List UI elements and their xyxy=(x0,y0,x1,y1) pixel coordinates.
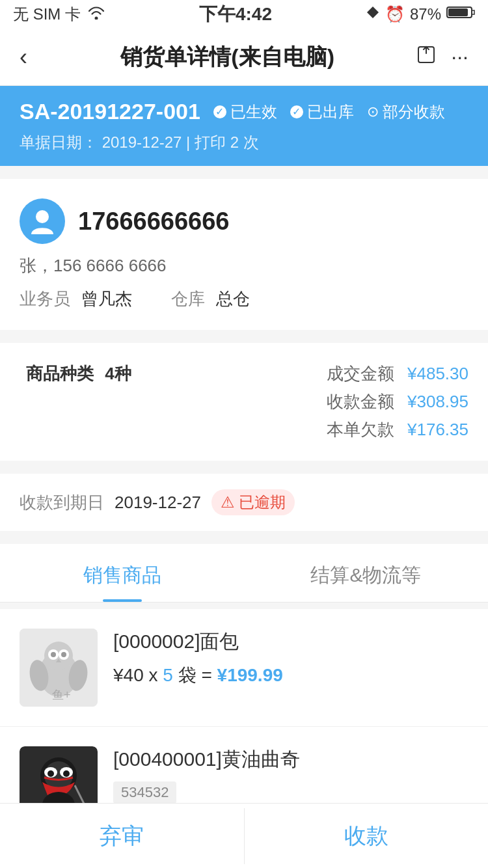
status-left: 无 SIM 卡 xyxy=(13,4,105,25)
overdue-icon: ⚠ xyxy=(221,493,235,511)
check-icon-1: ✓ xyxy=(213,105,226,118)
salesperson-info: 业务员 曾凡杰 xyxy=(20,288,132,310)
svg-point-21 xyxy=(63,770,70,777)
status-effective: ✓ 已生效 xyxy=(213,102,277,122)
debt-amount-row: 本单欠款 ¥176.35 xyxy=(327,418,468,441)
stats-left: 商品种类 4种 xyxy=(20,362,131,385)
nav-bar: ‹ 销货单详情(来自电脑) ··· xyxy=(0,29,488,86)
sim-status: 无 SIM 卡 xyxy=(13,4,81,25)
back-button[interactable]: ‹ xyxy=(20,44,40,71)
avatar xyxy=(20,198,65,244)
product-item-bread: 鱼+ [0000002]面包 ¥40 x 5 袋 = ¥199.99 xyxy=(0,609,488,727)
page-title: 销货单详情(来自电脑) xyxy=(40,42,414,72)
overdue-badge: ⚠ 已逾期 xyxy=(211,489,295,515)
status-shipped: ✓ 已出库 xyxy=(290,102,354,122)
product-name-bread: [0000002]面包 xyxy=(113,629,468,655)
status-partial-payment: ⊙ 部分收款 xyxy=(367,102,445,122)
battery-text: 87% xyxy=(410,5,441,23)
product-thumb-bread: 鱼+ xyxy=(20,629,98,707)
check-icon-2: ✓ xyxy=(290,105,303,118)
deal-amount-row: 成交金额 ¥485.30 xyxy=(327,362,468,385)
warehouse-info: 仓库 总仓 xyxy=(171,288,250,310)
collect-payment-button[interactable]: 收款 xyxy=(245,808,489,864)
clock-icon: ⊙ xyxy=(367,103,379,120)
tabs-container: 销售商品 结算&物流等 xyxy=(0,544,488,603)
received-amount-row: 收款金额 ¥308.95 xyxy=(327,390,468,413)
nav-right-icons: ··· xyxy=(414,43,468,72)
wifi-icon xyxy=(87,5,105,23)
svg-point-10 xyxy=(61,652,66,657)
status-right: ⏰ 87% xyxy=(366,5,475,23)
svg-text:鱼+: 鱼+ xyxy=(52,688,71,701)
order-date-line: 单据日期： 2019-12-27 | 打印 2 次 xyxy=(20,132,468,153)
stats-right: 成交金额 ¥485.30 收款金额 ¥308.95 本单欠款 ¥176.35 xyxy=(327,362,468,441)
more-icon[interactable]: ··· xyxy=(451,45,468,69)
tab-products[interactable]: 销售商品 xyxy=(0,544,244,602)
customer-phone: 17666666666 xyxy=(78,208,229,236)
product-tag-cookies: 534532 xyxy=(113,781,176,804)
share-icon[interactable] xyxy=(414,43,438,72)
svg-point-20 xyxy=(47,770,54,777)
customer-meta: 业务员 曾凡杰 仓库 总仓 xyxy=(20,288,468,310)
bottom-action-bar: 弃审 收款 xyxy=(0,803,488,868)
customer-name-phone: 张，156 6666 6666 xyxy=(20,254,468,277)
order-id: SA-20191227-001 xyxy=(20,99,200,124)
due-date-section: 收款到期日 2019-12-27 ⚠ 已逾期 xyxy=(0,474,488,531)
product-price-bread: ¥40 x 5 袋 = ¥199.99 xyxy=(113,663,468,688)
location-icon xyxy=(366,5,380,23)
customer-section: 17666666666 张，156 6666 6666 业务员 曾凡杰 仓库 总… xyxy=(0,179,488,330)
product-name-cookies: [000400001]黄油曲奇 xyxy=(113,746,468,773)
product-info-bread: [0000002]面包 ¥40 x 5 袋 = ¥199.99 xyxy=(113,629,468,688)
alarm-icon: ⏰ xyxy=(385,5,405,23)
order-header: SA-20191227-001 ✓ 已生效 ✓ 已出库 ⊙ 部分收款 单据日期：… xyxy=(0,86,488,166)
svg-point-3 xyxy=(36,210,49,223)
tab-settlement[interactable]: 结算&物流等 xyxy=(244,544,488,602)
stats-section: 商品种类 4种 成交金额 ¥485.30 收款金额 ¥308.95 本单欠款 ¥… xyxy=(0,343,488,461)
svg-rect-1 xyxy=(448,8,468,16)
battery-icon xyxy=(446,5,475,23)
cancel-review-button[interactable]: 弃审 xyxy=(0,808,245,864)
status-time: 下午4:42 xyxy=(199,2,272,27)
product-category: 商品种类 4种 xyxy=(20,362,131,385)
status-bar: 无 SIM 卡 下午4:42 ⏰ 87% xyxy=(0,0,488,29)
svg-point-9 xyxy=(51,652,56,657)
